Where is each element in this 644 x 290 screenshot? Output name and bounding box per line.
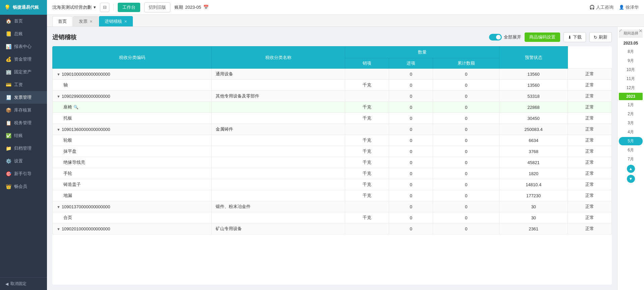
- status-cell: 正常: [568, 223, 611, 234]
- month-12[interactable]: 12月: [619, 84, 643, 92]
- sidebar-item-inventory[interactable]: 📦 库存核算: [0, 104, 47, 117]
- logo-icon: 💡: [4, 4, 11, 11]
- close-panel-icon[interactable]: ✕: [639, 28, 643, 33]
- month-7[interactable]: 7月: [619, 155, 643, 163]
- status-cell: 正常: [568, 168, 611, 179]
- month-11[interactable]: 11月: [619, 75, 643, 83]
- panel-scroll-down-icon[interactable]: ▼: [627, 175, 635, 183]
- code-cell: 合页: [53, 212, 212, 223]
- sales-cell: 0: [389, 212, 433, 223]
- sidebar-item-tax[interactable]: 📋 税务管理: [0, 117, 47, 129]
- sales-cell: 0: [389, 135, 433, 146]
- purchase-cell: 0: [433, 135, 499, 146]
- sidebar-nav: 🏠 首页 📒 总账 📊 报表中心 💰 资金管理 🏢 固定资产 💳 工资 🧾 发票…: [0, 15, 47, 277]
- code-cell: ▼10901000000000000000: [53, 69, 212, 80]
- collapse-icon[interactable]: ▼: [57, 94, 60, 98]
- content: 进销稽核 全部展开 商品编码设置 ⬇ 下载 ↻ 刷新: [47, 27, 644, 290]
- sales-cell: 0: [389, 168, 433, 179]
- sidebar-item-settlement[interactable]: ✅ 结账: [0, 129, 47, 142]
- sales-cell: 0: [389, 69, 433, 80]
- sidebar-item-label: 新手引导: [14, 171, 32, 177]
- month-10[interactable]: 10月: [619, 66, 643, 74]
- purchase-cell: 0: [433, 146, 499, 157]
- table-row: ▼10902990000000000000 其他专用设备及零部件 0 0 533…: [53, 91, 612, 102]
- month-8[interactable]: 8月: [619, 48, 643, 56]
- product-code-button[interactable]: 商品编码设置: [525, 32, 560, 42]
- month-1[interactable]: 1月: [619, 101, 643, 109]
- total-cell: 30: [499, 201, 568, 212]
- panel-scroll-up-icon[interactable]: ▲: [627, 165, 635, 173]
- toggle-switch[interactable]: [489, 34, 502, 41]
- sidebar-item-home[interactable]: 🏠 首页: [0, 15, 47, 27]
- code-cell: 座椅 🔍: [53, 102, 212, 113]
- collapse-icon[interactable]: ▼: [57, 72, 60, 76]
- total-cell: 13560: [499, 69, 568, 80]
- tab-reconcile[interactable]: 进销稽核 ✕: [99, 16, 133, 26]
- th-status: 预警状态: [499, 47, 568, 69]
- collapse-icon[interactable]: ▼: [57, 227, 60, 231]
- total-cell: 3768: [499, 146, 568, 157]
- purchase-cell: 0: [433, 190, 499, 201]
- status-cell: 正常: [568, 201, 611, 212]
- code-cell: 手轮: [53, 168, 212, 179]
- code-cell: 绝缘导线壳: [53, 157, 212, 168]
- month-6[interactable]: 6月: [619, 146, 643, 154]
- user-service[interactable]: 🎧 人工咨询: [589, 4, 613, 10]
- sidebar-item-label: 发票管理: [14, 94, 32, 100]
- sidebar-item-label: 结账: [14, 133, 23, 139]
- reports-icon: 📊: [5, 44, 11, 49]
- purchase-cell: 0: [433, 80, 499, 91]
- purchase-cell: 0: [433, 124, 499, 135]
- table-row: 轮毂 千克 0 0 6634 正常: [53, 135, 612, 146]
- sidebar-item-payroll[interactable]: 💳 工资: [0, 78, 47, 91]
- month-3[interactable]: 3月: [619, 119, 643, 127]
- total-cell: 250083.4: [499, 124, 568, 135]
- topbar-save-icon[interactable]: ⊟: [100, 3, 109, 12]
- sidebar-item-guide[interactable]: 🎯 新手引导: [0, 167, 47, 180]
- sidebar-item-reports[interactable]: 📊 报表中心: [0, 40, 47, 53]
- table-row: ▼10902010000000000000 矿山专用设备 0 0 2361 正常: [53, 223, 612, 234]
- download-button[interactable]: ⬇ 下载: [564, 32, 586, 42]
- sidebar-item-ledger[interactable]: 📒 总账: [0, 27, 47, 40]
- tax-icon: 📋: [5, 120, 11, 126]
- refresh-label: 刷新: [599, 34, 607, 40]
- collapse-icon[interactable]: ▼: [57, 205, 60, 209]
- expand-panel-icon[interactable]: ⤢: [619, 28, 622, 33]
- user-profile[interactable]: 👤 徐泽华: [619, 4, 639, 10]
- purchase-cell: 0: [433, 212, 499, 223]
- calendar-icon[interactable]: 📅: [203, 5, 209, 10]
- invoice-icon: 🧾: [5, 95, 11, 100]
- month-5[interactable]: 5月: [619, 137, 643, 145]
- download-icon: ⬇: [568, 35, 572, 40]
- workbench-button[interactable]: 工作台: [118, 3, 140, 12]
- sidebar-item-member[interactable]: 👑 畅会员: [0, 180, 47, 193]
- sales-cell: 0: [389, 157, 433, 168]
- sidebar-item-archive[interactable]: 📁 归档管理: [0, 142, 47, 155]
- sidebar-item-funds[interactable]: 💰 资金管理: [0, 53, 47, 66]
- name-cell: [212, 157, 345, 168]
- sidebar-item-label: 资金管理: [14, 56, 32, 62]
- th-sales: 销项: [345, 58, 389, 69]
- old-version-button[interactable]: 切到旧版: [144, 2, 170, 12]
- refresh-button[interactable]: ↻ 刷新: [589, 32, 612, 42]
- month-2[interactable]: 2月: [619, 110, 643, 118]
- sidebar-item-assets[interactable]: 🏢 固定资产: [0, 66, 47, 78]
- table-row: 合页 千克 0 0 30 正常: [53, 212, 612, 223]
- month-4[interactable]: 4月: [619, 128, 643, 136]
- sidebar-item-invoice[interactable]: 🧾 发票管理: [0, 91, 47, 104]
- th-total: 累计数额: [433, 58, 499, 69]
- tab-home[interactable]: 首页: [52, 16, 72, 26]
- sidebar-item-settings[interactable]: ⚙️ 设置: [0, 155, 47, 167]
- code-cell: 托板: [53, 113, 212, 124]
- tab-reconcile-close-icon[interactable]: ✕: [124, 19, 127, 24]
- tab-invoice-close-icon[interactable]: ✕: [90, 19, 93, 24]
- company-selector[interactable]: 沈海英测试经营勿删 ▾: [52, 4, 96, 10]
- year-tag-2023: 2023: [619, 93, 643, 100]
- search-icon[interactable]: 🔍: [73, 105, 78, 110]
- collapse-icon[interactable]: ▼: [57, 128, 60, 132]
- tab-invoice[interactable]: 发票 ✕: [73, 16, 98, 26]
- month-9[interactable]: 9月: [619, 57, 643, 65]
- inventory-icon: 📦: [5, 107, 11, 113]
- sidebar-unpin[interactable]: ◀ 取消固定: [0, 277, 47, 290]
- status-cell: 正常: [568, 212, 611, 223]
